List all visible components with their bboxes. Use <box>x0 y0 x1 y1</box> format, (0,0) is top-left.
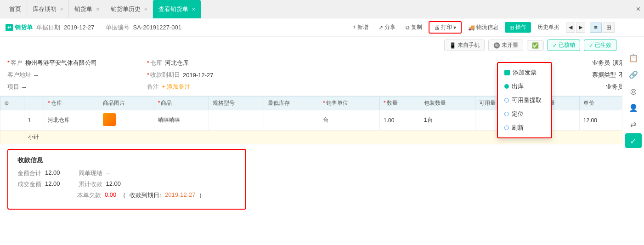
order-arrears-value: 0.00 <box>105 191 116 199</box>
due-date-note-label: 收款到期日: <box>130 191 161 199</box>
panel-circle-icon: ◎ <box>630 87 637 96</box>
panel-icon-2[interactable]: 🔗 <box>625 67 642 82</box>
not-opened-label: 未开票 <box>502 41 518 49</box>
notes-field: 备注 + 添加备注 <box>147 83 276 91</box>
nav-arrows: ◀ ▶ <box>566 23 585 33</box>
settings-icon[interactable]: ⚙ <box>4 100 9 107</box>
printer-icon: 🖨 <box>434 24 440 31</box>
panel-icon-4[interactable]: 👤 <box>625 100 642 115</box>
col-warehouse: 仓库 <box>44 97 99 110</box>
view-toggle: ≡ ⊞ <box>590 23 615 33</box>
operations-button[interactable]: ⊞ 操作 <box>505 22 531 33</box>
number-value: SA-20191227-001 <box>133 24 182 31</box>
payment-title: 收款信息 <box>17 156 236 165</box>
list-view-btn[interactable]: ≡ <box>590 23 602 33</box>
tab-sales-history-close[interactable]: × <box>144 6 147 12</box>
col-min-stock: 最低库存 <box>264 97 319 110</box>
print-button[interactable]: 🖨 打印 ▾ <box>429 21 462 34</box>
voided-check-icon: ✓ <box>553 42 557 49</box>
voided-btn[interactable]: ✓ 已核销 <box>548 40 580 51</box>
address-label: 客户地址 <box>7 71 31 79</box>
panel-icon-3[interactable]: ◎ <box>625 84 642 98</box>
row-min-stock <box>264 110 319 131</box>
new-button[interactable]: + 新增 <box>349 22 372 33</box>
same-order-label: 同单现结 <box>79 169 102 177</box>
history-button[interactable]: 历史单据 <box>534 22 563 33</box>
amount-total-value: 12.00 <box>45 169 60 177</box>
logistics-button[interactable]: 🚚 物流信息 <box>464 22 502 33</box>
doc-type-icon: ↩ <box>6 24 13 31</box>
from-phone-label: 来自手机 <box>458 41 480 49</box>
outbound-item[interactable]: 出库 <box>498 80 551 93</box>
status-bar: 📱 来自手机 🔘 未开票 ✅ ✓ 已核销 ✓ 已生效 <box>0 37 644 54</box>
product-image <box>103 113 116 126</box>
row-package-qty: 1台 <box>420 110 475 131</box>
available-extract-item[interactable]: 可用量提取 <box>498 93 551 107</box>
locate-icon <box>504 112 509 116</box>
order-arrears-label: 本单欠款 <box>77 191 101 199</box>
operations-icon: ⊞ <box>509 24 514 31</box>
tab-inventory-close[interactable]: × <box>60 6 63 12</box>
warehouse-value: 河北仓库 <box>165 59 189 67</box>
copy-button[interactable]: ⧉ 复制 <box>402 22 426 33</box>
panel-link-icon: 🔗 <box>629 70 638 79</box>
col-sales-unit: 销售单位 <box>319 97 379 110</box>
panel-expand-icon[interactable]: ⤢ <box>625 133 642 148</box>
ticket-label: 票据类型 <box>592 71 616 79</box>
warehouse-label: 仓库 <box>147 59 162 67</box>
add-invoice-label: 添加发票 <box>513 68 537 77</box>
address-field: 客户地址 -- <box>7 71 136 79</box>
arrears-prefix: （ <box>120 191 126 199</box>
panel-icon-1[interactable]: 📋 <box>625 51 642 65</box>
tab-sales[interactable]: 销货单 × <box>69 0 105 18</box>
locate-item[interactable]: 定位 <box>498 107 551 121</box>
order-arrears-item: 本单欠款 0.00 （ 收款到期日: 2019-12-27 ） <box>77 191 205 199</box>
tab-check-sales-close[interactable]: × <box>192 6 195 12</box>
doc-header: ↩ 销货单 单据日期 2019-12-27 单据编号 SA-20191227-0… <box>0 18 644 37</box>
col-product-img: 商品图片 <box>99 97 154 110</box>
payment-box: 收款信息 金额合计 12.00 同单现结 -- 成交金额 12.00 累计收款 <box>7 149 246 210</box>
row-quantity: 1.00 <box>380 110 420 131</box>
expand-icon: ⤢ <box>630 137 636 145</box>
refresh-item[interactable]: 刷新 <box>498 121 551 135</box>
doc-type-badge: ↩ 销货单 <box>6 23 33 32</box>
staff-label: 业务员 <box>592 59 610 67</box>
window-close-button[interactable]: × <box>636 5 640 13</box>
payment-row-3: 本单欠款 0.00 （ 收款到期日: 2019-12-27 ） <box>17 191 236 199</box>
add-notes-button[interactable]: + 添加备注 <box>162 83 191 91</box>
tab-home[interactable]: 首页 <box>4 0 27 18</box>
doc-type-label: 销货单 <box>15 23 33 32</box>
share-button[interactable]: ↗ 分享 <box>375 22 399 33</box>
operations-dropdown: 添加发票 出库 可用量提取 定位 刷新 <box>497 62 552 138</box>
tab-sales-history[interactable]: 销货单历史 × <box>105 0 153 18</box>
not-opened-btn[interactable]: 🔘 未开票 <box>488 40 523 51</box>
row-warehouse: 河北仓库 <box>44 110 99 131</box>
project-label: 项目 <box>7 83 19 91</box>
due-date-label: 收款到期日 <box>147 71 180 79</box>
grid-view-btn[interactable]: ⊞ <box>603 23 615 33</box>
tab-check-sales-label: 查看销货单 <box>158 5 188 13</box>
tab-sales-close[interactable]: × <box>96 6 99 12</box>
panel-icon-5[interactable]: ⇄ <box>625 117 642 131</box>
prev-arrow[interactable]: ◀ <box>566 23 575 33</box>
doc-meta: 单据日期 2019-12-27 单据编号 SA-20191227-001 <box>36 23 181 32</box>
due-date-note-value: 2019-12-27 <box>165 191 196 199</box>
outbound-icon <box>504 84 509 89</box>
add-invoice-item[interactable]: 添加发票 <box>498 66 551 80</box>
tab-home-label: 首页 <box>9 5 21 13</box>
tab-check-sales[interactable]: 查看销货单 × <box>153 0 201 18</box>
date-value: 2019-12-27 <box>64 24 95 31</box>
col-package-qty: 包装数量 <box>420 97 475 110</box>
check-btn[interactable]: ✅ <box>527 40 544 51</box>
tab-inventory[interactable]: 库存期初 × <box>27 0 69 18</box>
amount-total-item: 金额合计 12.00 <box>17 169 60 177</box>
row-unit-price: 12.00 <box>579 110 619 131</box>
notes-label: 备注 <box>147 83 159 91</box>
row-product: 嘻嘻嘻嘻 <box>154 110 209 131</box>
from-phone-btn[interactable]: 📱 来自手机 <box>444 40 485 51</box>
next-arrow[interactable]: ▶ <box>576 23 585 33</box>
project-value: -- <box>22 84 26 91</box>
arrears-suffix: ） <box>199 191 205 199</box>
row-sales-unit: 台 <box>319 110 379 131</box>
effective-btn[interactable]: ✓ 已生效 <box>584 40 616 51</box>
